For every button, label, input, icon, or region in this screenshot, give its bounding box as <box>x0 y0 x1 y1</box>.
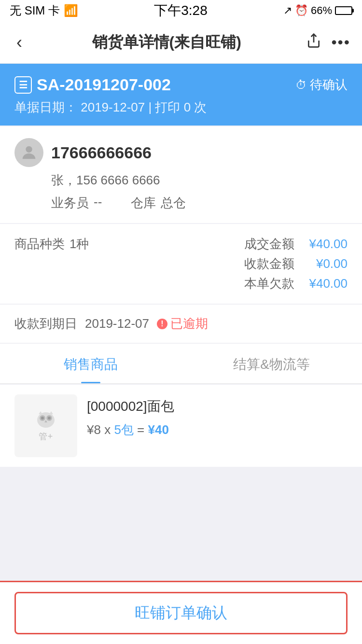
carrier-label: 无 SIM 卡 <box>10 3 60 18</box>
order-id: ☰ SA-20191207-002 <box>14 75 171 94</box>
product-type-row: 商品种类 1种 <box>14 236 89 252</box>
owed-row: 本单欠款 ¥40.00 <box>244 275 348 292</box>
unit-price: ¥8 x <box>87 422 114 437</box>
avatar <box>14 138 43 167</box>
received-key: 收款金额 <box>244 255 294 272</box>
summary-left: 商品种类 1种 <box>14 236 89 252</box>
svg-point-6 <box>48 417 51 420</box>
customer-row: 17666666666 <box>14 138 348 167</box>
product-item: 管+ [0000002]面包 ¥8 x 5包 = ¥40 <box>14 394 348 457</box>
status-left: 无 SIM 卡 📶 <box>10 3 78 18</box>
order-header-top: ☰ SA-20191207-002 ⏱ 待确认 <box>14 75 348 94</box>
location-icon: ↗ <box>283 4 292 17</box>
product-thumbnail: 管+ <box>14 394 77 457</box>
due-section: 收款到期日 2019-12-07 ! 已逾期 <box>0 305 362 343</box>
confirm-order-button[interactable]: 旺铺订单确认 <box>14 592 348 634</box>
time-label: 下午3:28 <box>154 1 208 20</box>
overdue-text: 已逾期 <box>170 315 208 332</box>
overdue-badge: ! 已逾期 <box>157 315 208 332</box>
total-price: ¥40 <box>148 422 169 437</box>
summary-right: 成交金额 ¥40.00 收款金额 ¥0.00 本单欠款 ¥40.00 <box>244 236 348 292</box>
product-brand: 管+ <box>39 431 54 442</box>
print-count: 0 <box>184 100 191 114</box>
deal-amount-val: ¥40.00 <box>304 237 348 252</box>
print-unit: 次 <box>194 100 207 114</box>
svg-point-5 <box>41 417 44 420</box>
order-id-icon: ☰ <box>14 76 32 94</box>
more-button[interactable]: ••• <box>331 33 350 51</box>
sales-value: -- <box>94 195 102 211</box>
deal-amount-key: 成交金额 <box>244 236 294 252</box>
product-section: 管+ [0000002]面包 ¥8 x 5包 = ¥40 <box>0 385 362 467</box>
product-name: [0000002]面包 <box>87 397 348 416</box>
product-type-label: 商品种类 <box>14 236 65 252</box>
warehouse-meta: 仓库 总仓 <box>131 195 186 211</box>
sales-meta: 业务员 -- <box>51 195 102 211</box>
order-status: ⏱ 待确认 <box>295 76 348 93</box>
empty-area <box>0 468 362 564</box>
print-label: 打印 <box>155 100 180 114</box>
status-bar: 无 SIM 卡 📶 下午3:28 ↗ ⏰ 66% <box>0 0 362 21</box>
due-date: 2019-12-07 <box>85 316 149 331</box>
date-value: 2019-12-07 <box>81 100 145 114</box>
tab-settlement[interactable]: 结算&物流等 <box>181 344 362 383</box>
customer-section: 17666666666 张，156 6666 6666 业务员 -- 仓库 总仓 <box>0 126 362 223</box>
tab-sales-goods-label: 销售商品 <box>64 357 118 372</box>
clock-icon: ⏱ <box>295 78 307 92</box>
nav-actions: ••• <box>306 32 350 53</box>
received-val: ¥0.00 <box>304 256 348 271</box>
customer-name: 张，156 6666 6666 <box>14 172 348 189</box>
warehouse-value: 总仓 <box>161 195 186 211</box>
customer-meta: 业务员 -- 仓库 总仓 <box>14 195 348 211</box>
battery-icon <box>335 6 352 15</box>
svg-marker-8 <box>39 411 42 414</box>
received-row: 收款金额 ¥0.00 <box>244 255 348 272</box>
equals: = <box>137 422 148 437</box>
tabs-section: 销售商品 结算&物流等 <box>0 344 362 384</box>
product-type-value: 1种 <box>70 236 89 252</box>
sales-label: 业务员 <box>51 195 89 211</box>
alarm-icon: ⏰ <box>295 4 308 17</box>
due-label: 收款到期日 <box>14 315 77 332</box>
nav-bar: ‹ 销货单详情(来自旺铺) ••• <box>0 21 362 64</box>
bottom-bar: 旺铺订单确认 <box>0 581 362 644</box>
deal-amount-row: 成交金额 ¥40.00 <box>244 236 348 252</box>
overdue-dot-icon: ! <box>157 319 167 329</box>
summary-section: 商品种类 1种 成交金额 ¥40.00 收款金额 ¥0.00 本单欠款 ¥40.… <box>0 224 362 304</box>
order-status-text: 待确认 <box>310 76 348 93</box>
order-date: 单据日期： 2019-12-07 | 打印 0 次 <box>14 99 348 116</box>
owed-key: 本单欠款 <box>244 275 294 292</box>
customer-phone: 17666666666 <box>51 143 152 162</box>
warehouse-label: 仓库 <box>131 195 156 211</box>
wifi-icon: 📶 <box>64 4 78 17</box>
tab-sales-goods[interactable]: 销售商品 <box>0 344 181 383</box>
svg-marker-9 <box>49 411 53 414</box>
back-button[interactable]: ‹ <box>12 28 27 57</box>
tabs-row: 销售商品 结算&物流等 <box>0 344 362 384</box>
order-header: ☰ SA-20191207-002 ⏱ 待确认 单据日期： 2019-12-07… <box>0 64 362 126</box>
separator: | <box>148 100 155 114</box>
product-info: [0000002]面包 ¥8 x 5包 = ¥40 <box>87 394 348 438</box>
svg-point-1 <box>26 146 32 153</box>
status-right: ↗ ⏰ 66% <box>283 4 352 17</box>
date-label: 单据日期： <box>14 100 77 114</box>
product-price-row: ¥8 x 5包 = ¥40 <box>87 421 348 438</box>
share-button[interactable] <box>306 32 321 53</box>
tab-settlement-label: 结算&物流等 <box>233 357 310 372</box>
qty: 5包 <box>114 422 133 437</box>
product-thumb-inner: 管+ <box>34 409 58 442</box>
order-id-text: SA-20191207-002 <box>37 75 171 94</box>
battery-percent: 66% <box>311 4 332 17</box>
owed-val: ¥40.00 <box>304 276 348 291</box>
page-title: 销货单详情(来自旺铺) <box>27 32 306 53</box>
